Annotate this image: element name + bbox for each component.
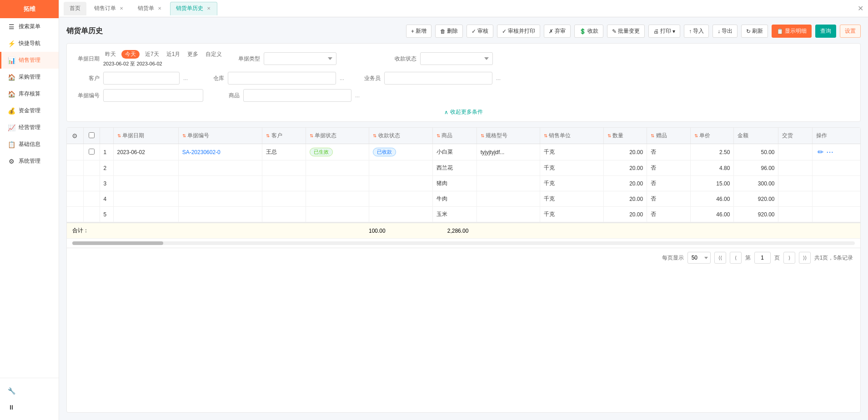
audit-print-button[interactable]: ✓ 审核并打印 [497,25,540,38]
receive-button[interactable]: 💲 收款 [574,25,603,38]
date-tab-custom[interactable]: 自定义 [204,50,224,59]
sidebar-item-quick-nav[interactable]: ⚡ 快捷导航 [0,35,59,52]
filter-goods-dots[interactable]: ... [355,92,360,99]
filter-warehouse-dots[interactable]: ... [340,75,344,81]
export-button[interactable]: ↓ 导出 [712,25,738,38]
first-page-btn[interactable]: ⟨⟨ [714,252,726,264]
tab-sales-order[interactable]: 销售订单 ✕ [88,2,130,15]
row-amount: 300.00 [734,176,778,191]
sidebar-bottom-pause[interactable]: ⏸ [0,399,59,415]
date-tab-1month[interactable]: 近1月 [165,50,182,59]
col-gift[interactable]: ⇅ 赠品 [647,128,691,144]
filter-salesman-dots[interactable]: ... [496,75,501,81]
row-goods: 猪肉 [432,176,477,191]
abandon-button[interactable]: ✗ 弃审 [544,25,571,38]
col-qty[interactable]: ⇅ 数量 [603,128,647,144]
row-qty: 20.00 [603,191,647,207]
quick-nav-icon: ⚡ [8,40,15,47]
col-date[interactable]: ⇅ 单据日期 [113,128,178,144]
row-seq: 4 [100,191,113,207]
tab-sales-goods[interactable]: 销货单 ✕ [132,2,168,15]
filter-type-select[interactable] [264,52,336,65]
col-goods[interactable]: ⇅ 商品 [432,128,477,144]
filter-customer-input[interactable] [103,72,180,85]
h-scroll-thumb[interactable] [72,241,163,245]
col-docno[interactable]: ⇅ 单据编号 [178,128,262,144]
filter-date-label: 单据日期 [74,55,100,63]
row-goods: 玉米 [432,207,477,222]
delete-button[interactable]: 🗑 删除 [435,25,463,38]
filter-row-3: 单据编号 商品 ... [74,89,853,102]
batch-change-button[interactable]: ✎ 批量变更 [607,25,645,38]
page-header: 销货单历史 + 新增 🗑 删除 ✓ 审核 ✓ 审核并打印 [66,25,861,38]
row-settings [67,176,83,191]
sidebar-item-inventory[interactable]: 🏠 库存核算 [0,85,59,102]
row-checkbox-cell [83,160,100,176]
query-button[interactable]: 查询 [815,25,836,38]
sort-goods-icon: ⇅ [437,133,440,138]
pagination-bar: 每页显示 20 50 100 200 ⟨⟨ ⟨ 第 页 ⟩ ⟩⟩ 共1页，5条记… [67,248,860,267]
refresh-button[interactable]: ↻ 刷新 [741,25,768,38]
col-doc-status[interactable]: ⇅ 单据状态 [306,128,369,144]
row-customer [262,191,306,207]
col-price[interactable]: ⇅ 单价 [690,128,734,144]
show-detail-button[interactable]: 📋 显示明细 [772,25,812,38]
add-button[interactable]: + 新增 [406,25,431,38]
sidebar-item-basic-info[interactable]: 📋 基础信息 [0,136,59,153]
filter-customer-group: 客户 ... [74,72,188,85]
table-settings-icon[interactable]: ⚙ [72,132,78,140]
sidebar-item-search-menu[interactable]: ☰ 搜索菜单 [0,18,59,35]
tab-home[interactable]: 首页 [64,2,86,15]
doc-no-link[interactable]: SA-20230602-0 [182,149,221,155]
sidebar-item-purchase-mgmt[interactable]: 🏠 采购管理 [0,69,59,85]
col-customer[interactable]: ⇅ 客户 [262,128,306,144]
print-dropdown-icon: ▾ [672,28,675,35]
last-page-btn[interactable]: ⟩⟩ [799,252,811,264]
edit-op-btn[interactable]: ✏ [818,148,823,156]
row-goods: 牛肉 [432,191,477,207]
row-checkbox[interactable] [89,149,95,155]
filter-settings-button[interactable]: 设置 [840,25,861,38]
filter-docno-input[interactable] [103,89,203,102]
import-button[interactable]: ↑ 导入 [684,25,709,38]
close-all-tabs[interactable]: ✕ [858,4,863,13]
table-row: 1 2023-06-02 SA-20230602-0 王总 已生效 已收款 小白… [67,144,860,160]
tab-sales-history[interactable]: 销货单历史 ✕ [170,2,217,15]
date-tab-yesterday[interactable]: 昨天 [103,50,118,59]
date-tab-7days[interactable]: 近7天 [143,50,161,59]
row-seq: 1 [100,144,113,160]
audit-button[interactable]: ✓ 审核 [467,25,493,38]
filter-salesman-group: 业务员 ... [355,72,501,85]
sidebar-item-capital-mgmt[interactable]: 💰 资金管理 [0,102,59,119]
next-page-btn[interactable]: ⟩ [783,252,795,264]
tab-sales-history-close[interactable]: ✕ [206,6,211,11]
select-all-checkbox[interactable] [89,132,95,138]
sidebar-item-ops-mgmt[interactable]: 📈 经营管理 [0,119,59,136]
sidebar-item-sys-mgmt[interactable]: ⚙ 系统管理 [0,153,59,170]
col-unit[interactable]: ⇅ 销售单位 [540,128,603,144]
h-scrollbar[interactable] [72,241,855,245]
print-button[interactable]: 🖨 打印 ▾ [648,25,680,38]
date-tab-more[interactable]: 更多 [186,50,200,59]
filter-warehouse-input[interactable] [228,72,336,85]
row-price: 46.00 [690,191,734,207]
filter-customer-dots[interactable]: ... [183,75,188,81]
prev-page-btn[interactable]: ⟨ [730,252,742,264]
filter-receive-status-select[interactable] [420,52,493,65]
tab-sales-goods-close[interactable]: ✕ [157,6,162,11]
more-op-btn[interactable]: ⋯ [826,148,833,156]
tab-sales-order-close[interactable]: ✕ [119,6,124,11]
col-receive-status[interactable]: ⇅ 收款状态 [369,128,432,144]
sort-docno-icon: ⇅ [182,133,186,138]
collapse-filter-btn[interactable]: ∧ 收起更多条件 [74,106,853,120]
page-number-input[interactable] [754,252,771,264]
row-settings [67,144,83,160]
date-tab-today[interactable]: 今天 [121,50,140,59]
sidebar-item-sales-mgmt[interactable]: 📊 销售管理 [0,52,59,69]
page-size-select[interactable]: 20 50 100 200 [687,252,711,264]
filter-goods-input[interactable] [243,89,351,102]
col-spec[interactable]: ⇅ 规格型号 [477,128,540,144]
col-checkbox [83,128,100,144]
sidebar-bottom-settings[interactable]: 🔧 [0,383,59,399]
filter-salesman-input[interactable] [384,72,492,85]
